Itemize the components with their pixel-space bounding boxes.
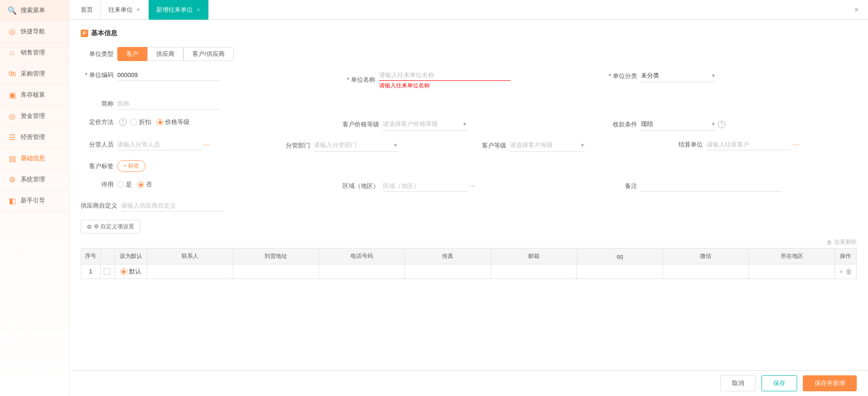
row-actions: + 🗑 [835,264,856,279]
unit-code-label: * 单位编码 [81,71,114,79]
row-default-radio[interactable]: 默认 [118,267,144,276]
sidebar-item-operations[interactable]: ☰ 经营管理 [0,127,69,148]
row-region[interactable] [749,264,835,279]
pricing-radio-group: 折扣 价格等级 [130,118,190,126]
unit-category-value: 未分类 [641,71,711,80]
sidebar-item-finance[interactable]: ◎ 资金管理 [0,106,69,127]
dept-select[interactable]: 请输入分管部门 ▼ [314,139,398,152]
row-add-btn[interactable]: + [839,268,843,275]
qq-input[interactable] [580,268,660,275]
col-default: 设为默认 [114,248,147,264]
sidebar-item-guide[interactable]: ◧ 新手引导 [0,190,69,211]
row-fax[interactable] [405,264,491,279]
sidebar-item-label: 资金管理 [21,112,45,120]
row-qq[interactable] [577,264,662,279]
unit-name-field-group: 请输入往来单位名称 [379,70,595,90]
manager-more-btn[interactable]: ··· [204,140,210,149]
short-name-label: 简称 [81,100,114,108]
type-btn-customer[interactable]: 客户 [117,47,147,61]
sidebar-item-label: 快捷导航 [21,27,45,36]
sidebar-item-label: 销售管理 [21,48,45,57]
short-name-input[interactable] [117,98,221,109]
grade-label: 价格等级 [165,118,190,126]
tab-new-partner-close[interactable]: × [196,7,201,13]
cancel-button[interactable]: 取消 [720,375,756,391]
form-row-supplier-custom: 供应商自定义 [81,200,857,211]
form-group-disabled: 停用 是 否 [81,180,333,189]
unit-type-label: 单位类型 [81,50,114,58]
supplier-custom-input[interactable] [121,200,224,211]
form-group-region: 区域（地区） ··· [343,180,595,192]
row-phone[interactable] [319,264,405,279]
fax-input[interactable] [408,268,487,275]
region-label: 区域（地区） [343,182,379,190]
row-delete-btn[interactable]: 🗑 [845,268,852,275]
disabled-no[interactable]: 否 [137,180,152,189]
row-region-input[interactable] [752,268,831,275]
address-input[interactable] [236,268,316,275]
customer-price-label: 客户价格等级 [343,120,379,129]
bottom-bar: 取消 保存 保存并新增 [69,370,868,396]
pricing-help-icon[interactable]: ? [119,118,127,126]
add-tag-button[interactable]: + 标签 [117,160,145,172]
row-email[interactable] [491,264,577,279]
sidebar-item-sales[interactable]: ⌂ 销售管理 [0,42,69,63]
unit-code-input[interactable] [117,70,221,81]
save-new-button[interactable]: 保存并新增 [803,375,857,391]
sidebar-item-basic[interactable]: ▤ 基础信息 [0,148,69,169]
row-address[interactable] [233,264,319,279]
type-btn-supplier[interactable]: 供应商 [147,47,183,61]
type-btn-both[interactable]: 客户/供应商 [183,47,234,61]
form-group-pricing: 定价方法 ? 折扣 价格等级 [81,118,333,126]
form-group-code: * 单位编码 [81,70,333,81]
type-btn-group: 客户 供应商 客户/供应商 [117,47,234,61]
dept-value: 请输入分管部门 [314,141,393,149]
sidebar-item-purchase[interactable]: 🛍 采购管理 [0,63,69,85]
form-group-manager: 分管人员 ··· [81,139,268,150]
dept-arrow: ▼ [393,142,398,148]
tab-partner[interactable]: 往来单位 × [101,0,149,20]
pricing-radio-grade[interactable]: 价格等级 [157,118,190,126]
tab-partner-close[interactable]: × [136,7,141,13]
customer-price-select[interactable]: 请选择客户价格等级 ▼ [383,118,467,131]
pricing-radio-discount[interactable]: 折扣 [130,118,151,126]
sidebar-item-search[interactable]: 🔍 搜索菜单 [0,0,69,21]
remark-input[interactable] [641,180,782,192]
payment-value: 现结 [641,120,711,128]
form-group-name: * 单位名称 请输入往来单位名称 [343,70,595,90]
payment-help-icon[interactable]: ? [718,121,725,128]
batch-delete-area[interactable]: 🗑 批量删除 [81,238,857,246]
tab-home[interactable]: 首页 [73,0,101,20]
settlement-input[interactable] [707,139,791,150]
discount-label: 折扣 [139,118,151,126]
system-icon: ⚙ [8,175,17,184]
customer-level-select[interactable]: 请选择客户等级 ▼ [510,139,585,152]
sidebar-item-quicknav[interactable]: ◎ 快捷导航 [0,21,69,42]
unit-category-select[interactable]: 未分类 ▼ [641,70,716,82]
payment-select[interactable]: 现结 ▼ [641,118,716,131]
region-more-btn[interactable]: ··· [469,182,475,190]
tab-new-partner[interactable]: 新增往来单位 × [149,0,209,20]
wechat-input[interactable] [666,268,746,275]
row-wechat[interactable] [663,264,749,279]
manager-input[interactable] [117,139,202,150]
row-check-cell[interactable] [100,264,114,279]
email-input[interactable] [494,268,574,275]
phone-input[interactable] [322,268,402,275]
row-contact[interactable] [147,264,233,279]
disabled-yes[interactable]: 是 [117,180,132,189]
unit-name-input[interactable] [379,70,510,81]
custom-settings-button[interactable]: ⚙ ⚙ 自定义项设置 [81,220,140,233]
contact-input[interactable] [150,268,230,275]
save-button[interactable]: 保存 [761,375,797,391]
sidebar-item-system[interactable]: ⚙ 系统管理 [0,169,69,190]
window-close-button[interactable]: × [849,6,864,14]
disabled-radio-group: 是 否 [117,180,152,189]
remark-label: 备注 [604,182,637,190]
sidebar-item-inventory[interactable]: ▣ 库存核算 [0,85,69,106]
row-checkbox[interactable] [104,268,110,275]
region-input[interactable] [383,180,467,192]
sidebar-item-label: 搜索菜单 [21,6,45,15]
col-checkbox [100,248,114,264]
settlement-more-btn[interactable]: ··· [793,140,799,149]
